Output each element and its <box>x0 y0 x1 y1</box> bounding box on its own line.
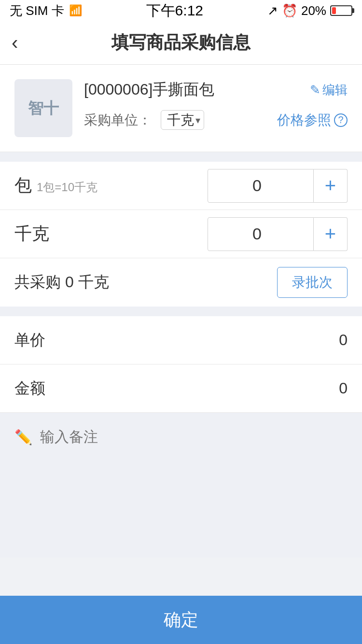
unit-label: 采购单位： <box>84 112 152 127</box>
kg-label: 千克 <box>14 222 49 246</box>
bag-sub-label: 1包=10千克 <box>37 180 97 195</box>
unit-price-row: 单价 0 <box>0 316 362 364</box>
status-bar: 无 SIM 卡 📶 下午6:12 ↗ ⏰ 20% <box>0 0 362 21</box>
unit-price-value: 0 <box>339 331 348 349</box>
time-display: 下午6:12 <box>146 1 203 21</box>
product-card: 智十 [0000006]手撕面包 ✎ 编辑 采购单位： 千克 <box>0 65 362 152</box>
edit-label: 编辑 <box>322 82 348 98</box>
status-right: ↗ ⏰ 20% <box>267 3 352 18</box>
edit-button[interactable]: ✎ 编辑 <box>310 82 348 98</box>
bag-label-group: 包 1包=10千克 <box>14 174 111 197</box>
unit-select[interactable]: 千克 <box>161 110 204 130</box>
bag-label: 包 <box>14 174 32 197</box>
edit-icon: ✎ <box>310 83 320 98</box>
unit-price-label: 单价 <box>14 330 45 351</box>
unit-select-wrapper[interactable]: 千克 <box>156 110 204 130</box>
wifi-icon: 📶 <box>69 4 82 17</box>
price-ref-label: 价格参照 <box>277 111 331 129</box>
page-title: 填写商品采购信息 <box>111 31 251 55</box>
total-row: 共采购 0 千克 录批次 <box>0 258 362 307</box>
battery-text: 20% <box>301 3 326 18</box>
bag-input-group: + <box>208 169 348 203</box>
confirm-button[interactable]: 确定 <box>0 596 362 644</box>
price-reference-button[interactable]: 价格参照 ? <box>277 111 348 129</box>
bag-quantity-input[interactable] <box>208 169 314 203</box>
unit-row: 采购单位： 千克 价格参照 ? <box>84 110 348 130</box>
bag-plus-button[interactable]: + <box>314 169 348 203</box>
back-button[interactable]: ‹ <box>12 32 18 54</box>
pencil-icon: ✏️ <box>14 429 32 446</box>
status-left: 无 SIM 卡 📶 <box>10 2 82 19</box>
section-divider-2 <box>0 307 362 316</box>
kg-input-group: + <box>208 217 348 251</box>
total-label: 共采购 0 千克 <box>14 272 109 293</box>
product-thumb-label: 智十 <box>28 99 59 117</box>
alarm-icon: ⏰ <box>282 3 297 18</box>
remark-input[interactable] <box>40 429 348 445</box>
carrier-text: 无 SIM 卡 <box>10 2 64 19</box>
product-name-row: [0000006]手撕面包 ✎ 编辑 <box>84 79 348 100</box>
nav-bar: ‹ 填写商品采购信息 <box>0 21 362 65</box>
product-info: [0000006]手撕面包 ✎ 编辑 采购单位： 千克 价格 <box>84 79 348 130</box>
kg-label-group: 千克 <box>14 222 111 246</box>
product-thumbnail: 智十 <box>14 79 72 137</box>
kg-plus-button[interactable]: + <box>314 217 348 251</box>
location-icon: ↗ <box>267 3 278 18</box>
help-icon: ? <box>334 113 348 127</box>
section-divider-1 <box>0 152 362 162</box>
kg-quantity-input[interactable] <box>208 217 314 251</box>
amount-value: 0 <box>339 379 348 397</box>
batch-button[interactable]: 录批次 <box>277 267 348 298</box>
product-name: [0000006]手撕面包 <box>84 79 214 100</box>
amount-row: 金额 0 <box>0 364 362 413</box>
kg-input-row: 千克 + <box>0 210 362 258</box>
remark-section[interactable]: ✏️ <box>0 413 362 461</box>
bottom-filler <box>0 461 362 558</box>
battery-icon <box>330 5 352 16</box>
bag-input-row: 包 1包=10千克 + <box>0 162 362 210</box>
amount-label: 金额 <box>14 378 45 399</box>
unit-label-group: 采购单位： 千克 <box>84 110 204 130</box>
